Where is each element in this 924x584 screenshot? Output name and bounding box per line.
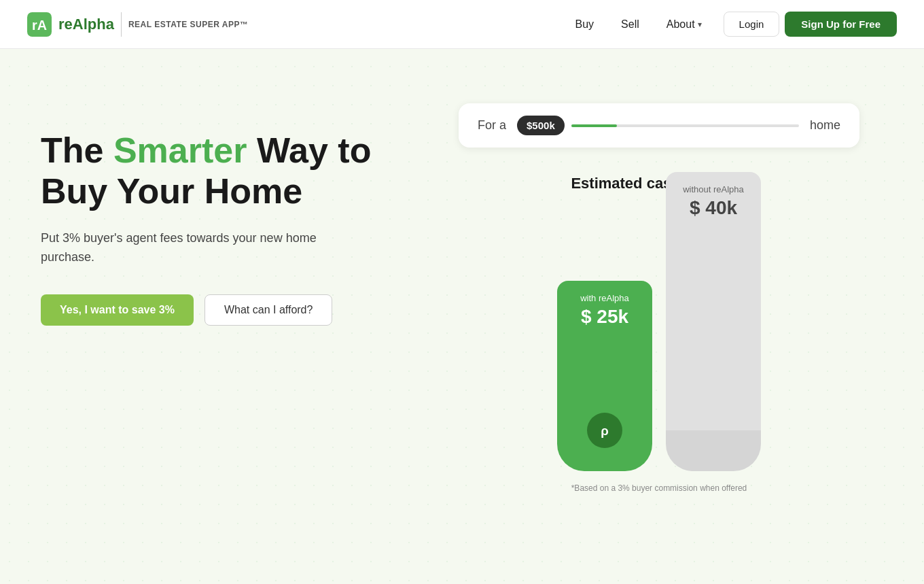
afford-button[interactable]: What can I afford? [205, 294, 332, 326]
cta-buttons: Yes, I want to save 3% What can I afford… [41, 294, 435, 326]
logo-text: reAlpha [58, 16, 114, 33]
without-realpha-amount: $ 40k [690, 197, 737, 219]
logo-container: rA reAlpha REAL ESTATE SUPER APP™ [27, 12, 249, 37]
signup-button[interactable]: Sign Up for Free [785, 12, 897, 37]
chart-section: Estimated cash to close* with reAlpha $ … [496, 175, 822, 493]
price-slider-container: For a $500k home [459, 103, 859, 148]
for-a-label: For a [478, 118, 506, 133]
navbar-right: Buy Sell About ▾ Login Sign Up for Free [565, 12, 897, 37]
bar-without-inner: without reAlpha $ 40k [666, 172, 761, 430]
logo-tagline: REAL ESTATE SUPER APP™ [128, 20, 249, 29]
save-3pct-button[interactable]: Yes, I want to save 3% [41, 294, 194, 326]
nav-about[interactable]: About ▾ [656, 13, 713, 36]
slider-wrapper: $500k [517, 116, 799, 135]
with-realpha-label: with reAlpha [580, 293, 629, 303]
bars-container: with reAlpha $ 25k ρ without reAlpha [496, 213, 822, 471]
bar-without-realpha: without reAlpha $ 40k [666, 172, 761, 471]
hero-title: The Smarter Way to Buy Your Home [41, 131, 435, 212]
price-badge: $500k [517, 116, 565, 135]
bar-with-inner: with reAlpha $ 25k ρ [557, 281, 652, 430]
home-label: home [810, 118, 840, 133]
svg-text:rA: rA [32, 18, 47, 33]
navbar: rA reAlpha REAL ESTATE SUPER APP™ Buy Se… [0, 0, 924, 49]
realpha-icon-circle: ρ [587, 413, 622, 448]
right-section: For a $500k home Estimated cash to close… [435, 90, 883, 493]
nav-sell[interactable]: Sell [610, 13, 650, 36]
hero-title-highlight: Smarter [113, 131, 247, 170]
navbar-left: rA reAlpha REAL ESTATE SUPER APP™ [27, 12, 249, 37]
chart-title: Estimated cash to close* [496, 175, 822, 192]
realpha-logo-icon: rA [27, 12, 52, 37]
hero-title-prefix: The [41, 131, 113, 170]
hero-subtitle: Put 3% buyer's agent fees towards your n… [41, 228, 367, 268]
logo-divider [121, 12, 122, 37]
about-chevron-icon: ▾ [698, 20, 702, 29]
slider-track [571, 124, 799, 127]
with-realpha-amount: $ 25k [581, 306, 628, 328]
bar-with-realpha: with reAlpha $ 25k ρ [557, 281, 652, 471]
bar-without-bottom [666, 430, 761, 471]
left-section: The Smarter Way to Buy Your Home Put 3% … [41, 90, 435, 326]
nav-buy[interactable]: Buy [565, 13, 605, 36]
realpha-r-icon: ρ [595, 421, 614, 440]
login-button[interactable]: Login [724, 12, 780, 37]
chart-footnote: *Based on a 3% buyer commission when off… [496, 483, 822, 493]
svg-text:ρ: ρ [601, 424, 609, 438]
without-realpha-label: without reAlpha [683, 184, 744, 194]
main-content: The Smarter Way to Buy Your Home Put 3% … [0, 49, 924, 520]
